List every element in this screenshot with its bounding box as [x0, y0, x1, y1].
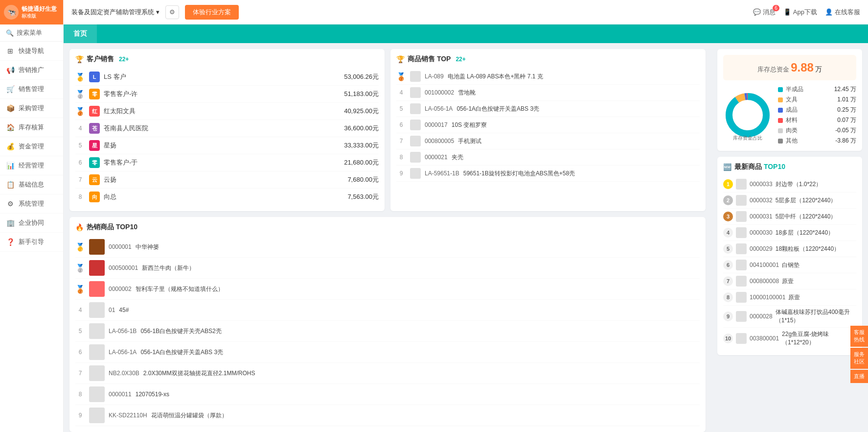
sales-product-item: 5 LA-056-1A 056-1A白色按键开关盖ABS 3壳 [396, 101, 700, 117]
phone-icon: 📱 [783, 8, 791, 16]
new-products-title: 🆕 最新商品 TOP10 [723, 163, 856, 171]
hot-product-item: 4 01 45# [75, 300, 700, 321]
chart-label: 库存资金占比 [733, 135, 762, 142]
sidebar-item-sales[interactable]: 🛒 销售管理 [0, 80, 63, 99]
settings-button[interactable]: ⚙ [165, 5, 179, 19]
sidebar-label-basic-info: 基础信息 [19, 180, 44, 189]
hot-product-item: 🥈 000500001 新西兰牛肉（新牛） [75, 258, 700, 279]
chart-section: 库存资金占比 半成品 12.45 万 文具 1.01 万 成品 0.25 万 材… [723, 85, 856, 145]
inventory-value: 9.88 [791, 61, 814, 74]
sidebar-item-finance[interactable]: 💰 资金管理 [0, 137, 63, 156]
top-sales-products-card: 🏆 商品销售 TOP 22+ 🥉 LA-089 电池盖 LA-089 ABS本色… [390, 49, 706, 211]
new-products-icon: 🆕 [723, 163, 731, 171]
sidebar-label-marketing: 营销推广 [19, 66, 44, 74]
customer-item: 🥈 零 零售客户-许 51,183.00元 [75, 86, 379, 103]
inventory-label: 库存总资金 [757, 66, 789, 73]
sales-product-item: 4 001000002 雪地靴 [396, 85, 700, 101]
new-product-item: 8 10000100001 原壹 [723, 289, 856, 306]
customers-title-text: 客户销售 [87, 55, 114, 64]
customer-item: 5 星 星扬 33,333.00元 [75, 137, 379, 154]
topbar-right: 💬 消息 6 📱 App下载 👤 在线客服 [753, 8, 860, 17]
service-icon: 👤 [825, 8, 833, 16]
hot-product-item: 🥉 0000002 智利车子里（规格不知道填什么） [75, 279, 700, 300]
online-service-label: 在线客服 [835, 8, 860, 17]
customers-badge: 22+ [119, 56, 129, 63]
new-product-item: 7 000800008 原壹 [723, 273, 856, 289]
sales-product-item: 🥉 LA-089 电池盖 LA-089 ABS本色+黑种 7.1 克 [396, 69, 700, 85]
sidebar-label-sys-mgmt: 系统管理 [19, 199, 44, 208]
tab-home[interactable]: 首页 [64, 24, 97, 43]
sidebar-icon-enterprise: 🏢 [6, 218, 15, 227]
sidebar-item-enterprise[interactable]: 🏢 企业协同 [0, 214, 63, 233]
sales-title-icon: 🏆 [396, 55, 405, 63]
sales-badge: 22+ [456, 56, 465, 63]
top-customers-title: 🏆 客户销售 22+ [75, 55, 379, 64]
sidebar-icon-finance: 💰 [6, 142, 15, 151]
top-customers-card: 🏆 客户销售 22+ 🥇 L LS 客户 53,006.26元🥈 零 零售客户-… [69, 49, 385, 211]
sales-title-text: 商品销售 TOP [408, 55, 451, 64]
system-selector[interactable]: 装备及固定资产辅助管理系统 ▾ [71, 8, 160, 17]
new-products-card: 🆕 最新商品 TOP10 1 0000033 封边带（1.0*22）2 0000… [717, 157, 862, 355]
sidebar-item-operations[interactable]: 📊 经营管理 [0, 156, 63, 175]
sidebar-item-purchase[interactable]: 📦 采购管理 [0, 99, 63, 118]
top-lists-row: 🏆 客户销售 22+ 🥇 L LS 客户 53,006.26元🥈 零 零售客户-… [69, 49, 706, 211]
sidebar-label-enterprise: 企业协同 [19, 218, 44, 227]
sales-products-list: 🥉 LA-089 电池盖 LA-089 ABS本色+黑种 7.1 克4 0010… [396, 69, 700, 182]
sidebar-item-guide[interactable]: ❓ 新手引导 [0, 233, 63, 252]
sidebar-icon-guide: ❓ [6, 238, 15, 246]
sidebar-label-guide: 新手引导 [19, 238, 44, 246]
sidebar-item-marketing[interactable]: 📢 营销推广 [0, 61, 63, 80]
logo-title: 畅捷通好生意 [22, 5, 57, 13]
sidebar-item-sys-mgmt[interactable]: ⚙ 系统管理 [0, 194, 63, 214]
legend-item: 材料 0.07 万 [778, 116, 856, 124]
search-label: 搜索菜单 [17, 28, 42, 37]
nav-tabs: 首页 [64, 24, 868, 43]
float-community[interactable]: 服务 社区 [850, 348, 868, 369]
new-product-item: 9 0000028 体碱嘉枝味苏打饮品400毫升（1*15） [723, 306, 856, 328]
legend-item: 其他 -3.86 万 [778, 137, 856, 145]
sidebar-icon-inventory: 🏠 [6, 123, 15, 132]
right-panel: 库存总资金 9.88 万 [711, 43, 868, 432]
sales-product-item: 8 0000021 夹壳 [396, 149, 700, 166]
message-badge: 6 [773, 5, 779, 11]
float-buttons: 客服 热线 服务 社区 直播 [850, 326, 868, 383]
customer-item: 6 零 零售客户-于 21,680.00元 [75, 154, 379, 171]
sidebar-item-quick-nav[interactable]: ⊞ 快捷导航 [0, 42, 63, 61]
hot-product-item: 5 LA-056-1B 056-1B白色按键开关壳ABS2壳 [75, 321, 700, 342]
sidebar-item-basic-info[interactable]: 📋 基础信息 [0, 175, 63, 194]
legend-item: 肉类 -0.05 万 [778, 126, 856, 135]
sidebar-label-inventory: 库存核算 [19, 123, 44, 132]
sidebar-label-finance: 资金管理 [19, 142, 44, 151]
customer-item: 4 苍 苍南县人民医院 36,600.00元 [75, 120, 379, 137]
sidebar-label-operations: 经营管理 [19, 161, 44, 170]
float-customer-service[interactable]: 客服 热线 [850, 326, 868, 347]
hot-products-card: 🔥 热销商品 TOP10 🥇 0000001 中华神篓🥈 000500001 新… [69, 217, 706, 432]
new-products-list: 1 0000033 封边带（1.0*22）2 0000032 5层多层（1220… [723, 176, 856, 349]
top-sales-title: 🏆 商品销售 TOP 22+ [396, 55, 700, 64]
topbar: 装备及固定资产辅助管理系统 ▾ ⚙ 体验行业方案 💬 消息 6 📱 App下载 … [64, 0, 868, 24]
new-product-item: 3 0000031 5层中纤（1220*2440） [723, 209, 856, 225]
new-product-item: 1 0000033 封边带（1.0*22） [723, 176, 856, 192]
hot-product-item: 9 KK-SD22110H 花语萌恒温分罐罐袋（厚款） [75, 405, 700, 426]
system-name: 装备及固定资产辅助管理系统 [71, 8, 154, 17]
sidebar-item-inventory[interactable]: 🏠 库存核算 [0, 118, 63, 137]
inventory-unit: 万 [815, 65, 822, 73]
app-download-button[interactable]: 📱 App下载 [783, 8, 817, 17]
message-button[interactable]: 💬 消息 6 [753, 8, 776, 17]
online-service-button[interactable]: 👤 在线客服 [825, 8, 860, 17]
new-product-item: 5 0000029 18颗粒板（1220*2440） [723, 241, 856, 257]
float-live[interactable]: 直播 [850, 370, 868, 383]
customer-item: 🥉 红 红太阳文具 40,925.00元 [75, 103, 379, 120]
hot-product-item: 8 0000011 12070519-xs [75, 384, 700, 405]
hot-title-text: 热销商品 TOP10 [87, 223, 137, 232]
sidebar-icon-sys-mgmt: ⚙ [6, 199, 15, 208]
search-menu[interactable]: 🔍 搜索菜单 [0, 24, 63, 42]
message-icon: 💬 [753, 8, 761, 16]
content-area: 🏆 客户销售 22+ 🥇 L LS 客户 53,006.26元🥈 零 零售客户-… [64, 43, 868, 432]
hot-product-item: 7 NB2.0X30B 2.0X30MM双搓花轴搓花直径2.1MM/ROHS [75, 363, 700, 384]
new-product-item: 10 003800001 22g鱼豆腐-烧烤味（1*12*20） [723, 328, 856, 349]
main-area: 装备及固定资产辅助管理系统 ▾ ⚙ 体验行业方案 💬 消息 6 📱 App下载 … [64, 0, 868, 432]
legend-item: 半成品 12.45 万 [778, 85, 856, 94]
trial-button[interactable]: 体验行业方案 [185, 5, 239, 20]
left-panel: 🏆 客户销售 22+ 🥇 L LS 客户 53,006.26元🥈 零 零售客户-… [64, 43, 711, 432]
